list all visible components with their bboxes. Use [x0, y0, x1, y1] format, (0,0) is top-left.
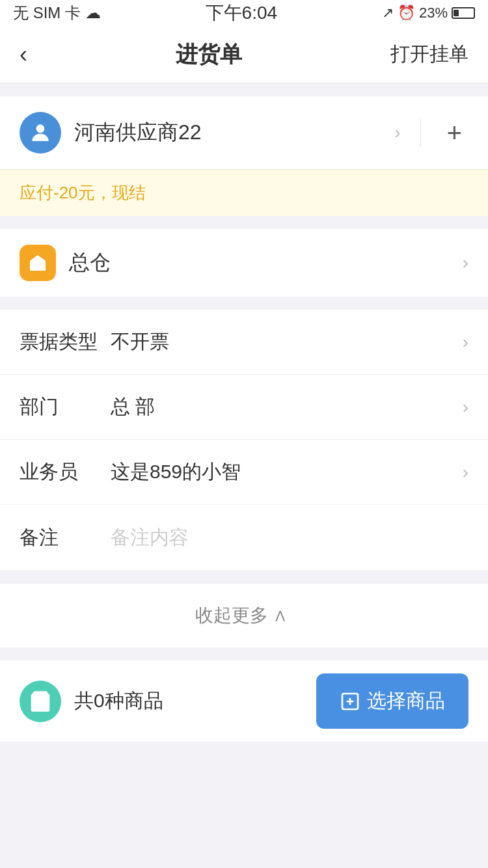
select-product-button[interactable]: 选择商品: [316, 673, 468, 729]
remark-input[interactable]: 备注内容: [111, 524, 468, 551]
warehouse-chevron-icon: ›: [463, 252, 468, 273]
supplier-section: 河南供应商22 › + 应付-20元，现结: [0, 96, 488, 216]
status-bar: 无 SIM 卡 ☁ 下午6:04 ↗ ⏰ 23%: [0, 0, 488, 26]
salesperson-value: 这是859的小智: [111, 459, 463, 485]
alarm-icon: ⏰: [398, 5, 415, 21]
salesperson-row[interactable]: 业务员 这是859的小智 ›: [0, 440, 488, 505]
select-product-icon: [340, 691, 360, 712]
supplier-chevron-icon: ›: [394, 122, 400, 143]
department-value: 总 部: [111, 394, 463, 420]
supplier-avatar: [20, 112, 61, 154]
nav-bar: ‹ 进货单 打开挂单: [0, 26, 488, 83]
department-row[interactable]: 部门 总 部 ›: [0, 375, 488, 440]
house-icon: [27, 252, 48, 273]
select-product-label: 选择商品: [367, 688, 445, 714]
product-count-label: 共0种商品: [74, 688, 303, 714]
svg-point-0: [36, 124, 45, 133]
department-chevron-icon: ›: [463, 397, 468, 418]
invoice-type-value: 不开票: [111, 329, 463, 355]
invoice-type-row[interactable]: 票据类型 不开票 ›: [0, 310, 488, 375]
battery-label: 23%: [419, 5, 448, 21]
page-background: [0, 742, 488, 868]
warehouse-row[interactable]: 总仓 ›: [0, 229, 488, 297]
product-icon-bg: [20, 681, 61, 722]
open-pending-button[interactable]: 打开挂单: [390, 41, 468, 68]
collapse-row[interactable]: 收起更多 ∧: [0, 583, 488, 647]
battery-icon: [452, 7, 475, 19]
back-button[interactable]: ‹: [20, 41, 27, 68]
supplier-name: 河南供应商22: [74, 118, 394, 147]
status-left: 无 SIM 卡 ☁: [13, 3, 101, 23]
department-label: 部门: [20, 394, 111, 420]
salesperson-chevron-icon: ›: [463, 462, 468, 483]
warehouse-icon-bg: [20, 245, 56, 281]
salesperson-label: 业务员: [20, 459, 111, 485]
invoice-type-chevron-icon: ›: [463, 332, 468, 353]
status-right: ↗ ⏰ 23%: [382, 5, 475, 21]
add-supplier-button[interactable]: +: [441, 118, 468, 148]
warehouse-section: 总仓 ›: [0, 229, 488, 297]
location-icon: ↗: [382, 5, 394, 21]
shopping-bag-icon: [28, 689, 53, 714]
section-gap-1: [0, 83, 488, 96]
supplier-row[interactable]: 河南供应商22 › +: [0, 96, 488, 169]
person-icon: [28, 120, 53, 145]
page-title: 进货单: [176, 40, 242, 70]
remark-row[interactable]: 备注 备注内容: [0, 505, 488, 570]
warehouse-name: 总仓: [69, 249, 463, 277]
sim-label: 无 SIM 卡 ☁: [13, 3, 101, 23]
collapse-label: 收起更多 ∧: [195, 603, 288, 628]
svg-rect-1: [35, 265, 40, 271]
remark-label: 备注: [20, 524, 111, 551]
notice-bar: 应付-20元，现结: [0, 169, 488, 216]
form-section: 票据类型 不开票 › 部门 总 部 › 业务员 这是859的小智 › 备注 备注…: [0, 310, 488, 570]
status-time: 下午6:04: [206, 1, 278, 25]
bottom-bar: 共0种商品 选择商品: [0, 660, 488, 742]
divider: [420, 118, 421, 147]
invoice-type-label: 票据类型: [20, 329, 111, 355]
